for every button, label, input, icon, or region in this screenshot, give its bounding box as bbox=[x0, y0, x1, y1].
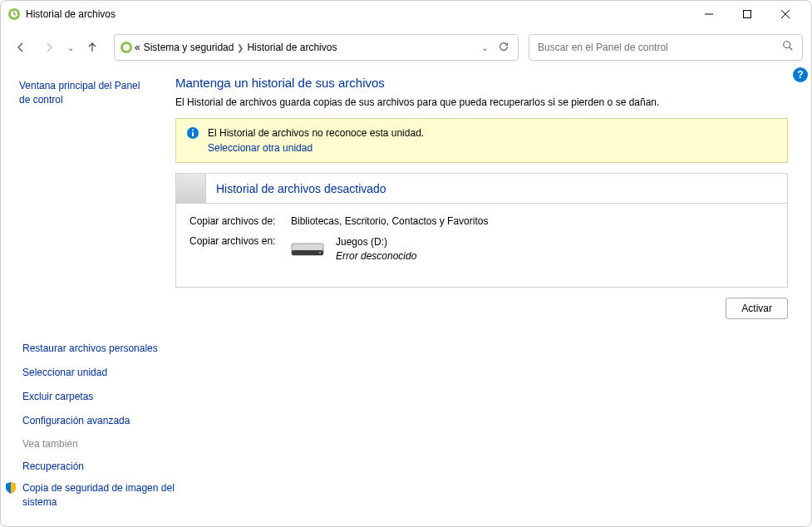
breadcrumb-filehistory[interactable]: Historial de archivos bbox=[247, 42, 337, 53]
copy-to-label: Copiar archivos en: bbox=[189, 235, 291, 264]
drive-name: Juegos (D:) bbox=[336, 235, 416, 249]
minimize-button[interactable] bbox=[690, 1, 728, 27]
page-heading: Mantenga un historial de sus archivos bbox=[175, 76, 788, 90]
sidebar-recovery[interactable]: Recuperación bbox=[19, 455, 175, 479]
content-area: Ventana principal del Panel de control R… bbox=[1, 67, 811, 526]
status-title: Historial de archivos desactivado bbox=[206, 182, 386, 195]
sidebar-advanced-settings[interactable]: Configuración avanzada bbox=[19, 409, 175, 433]
window-title: Historial de archivos bbox=[26, 8, 690, 20]
maximize-button[interactable] bbox=[728, 1, 766, 27]
sidebar-restore-files[interactable]: Restaurar archivos personales bbox=[19, 337, 175, 361]
location-icon bbox=[120, 41, 133, 54]
select-other-drive-link[interactable]: Seleccionar otra unidad bbox=[208, 140, 424, 155]
sidebar-control-panel-home[interactable]: Ventana principal del Panel de control bbox=[19, 71, 175, 333]
svg-point-15 bbox=[319, 252, 321, 254]
copy-from-label: Copiar archivos de: bbox=[189, 215, 291, 227]
warning-message: El Historial de archivos no reconoce est… bbox=[208, 126, 424, 140]
sidebar: Ventana principal del Panel de control R… bbox=[1, 67, 175, 526]
app-icon bbox=[7, 7, 21, 21]
svg-point-7 bbox=[123, 44, 130, 51]
see-also-header: Vea también bbox=[19, 433, 175, 455]
svg-point-8 bbox=[784, 42, 790, 48]
forward-button[interactable] bbox=[37, 36, 61, 59]
drive-icon bbox=[291, 237, 324, 259]
status-panel: Historial de archivos desactivado Copiar… bbox=[175, 173, 788, 288]
recent-dropdown[interactable]: ⌄ bbox=[66, 43, 76, 52]
status-icon bbox=[176, 174, 206, 204]
close-button[interactable] bbox=[766, 1, 805, 27]
drive-error: Error desconocido bbox=[336, 249, 416, 264]
chevron-right-icon: ❯ bbox=[237, 43, 244, 52]
navbar: ⌄ « Sistema y seguridad ❯ Historial de a… bbox=[1, 27, 811, 67]
svg-point-11 bbox=[192, 130, 194, 131]
info-icon bbox=[186, 126, 199, 140]
svg-rect-14 bbox=[292, 250, 323, 255]
page-description: El Historial de archivos guarda copias d… bbox=[175, 96, 788, 108]
breadcrumb-prefix: « bbox=[135, 42, 140, 53]
shield-icon bbox=[4, 481, 17, 495]
sidebar-system-image-backup[interactable]: Copia de seguridad de imagen del sistema bbox=[22, 481, 175, 510]
sidebar-exclude-folders[interactable]: Excluir carpetas bbox=[19, 385, 175, 409]
svg-line-9 bbox=[790, 47, 793, 51]
back-button[interactable] bbox=[9, 36, 32, 59]
breadcrumb-system[interactable]: Sistema y seguridad bbox=[144, 42, 234, 53]
refresh-button[interactable] bbox=[495, 41, 513, 55]
search-input[interactable] bbox=[538, 42, 782, 53]
svg-rect-3 bbox=[744, 11, 751, 18]
copy-from-value: Bibliotecas, Escritorio, Contactos y Fav… bbox=[291, 215, 488, 227]
warning-box: El Historial de archivos no reconoce est… bbox=[175, 118, 788, 163]
sidebar-select-drive[interactable]: Seleccionar unidad bbox=[19, 361, 175, 385]
main-panel: ? Mantenga un historial de sus archivos … bbox=[175, 67, 811, 526]
search-box[interactable] bbox=[529, 34, 803, 61]
titlebar: Historial de archivos bbox=[1, 1, 811, 27]
address-bar[interactable]: « Sistema y seguridad ❯ Historial de arc… bbox=[114, 34, 519, 61]
activate-button[interactable]: Activar bbox=[726, 298, 788, 319]
search-icon[interactable] bbox=[782, 40, 794, 55]
up-button[interactable] bbox=[81, 36, 104, 59]
svg-rect-12 bbox=[192, 132, 194, 136]
help-icon[interactable]: ? bbox=[793, 67, 808, 82]
address-dropdown[interactable]: ⌄ bbox=[481, 43, 488, 52]
